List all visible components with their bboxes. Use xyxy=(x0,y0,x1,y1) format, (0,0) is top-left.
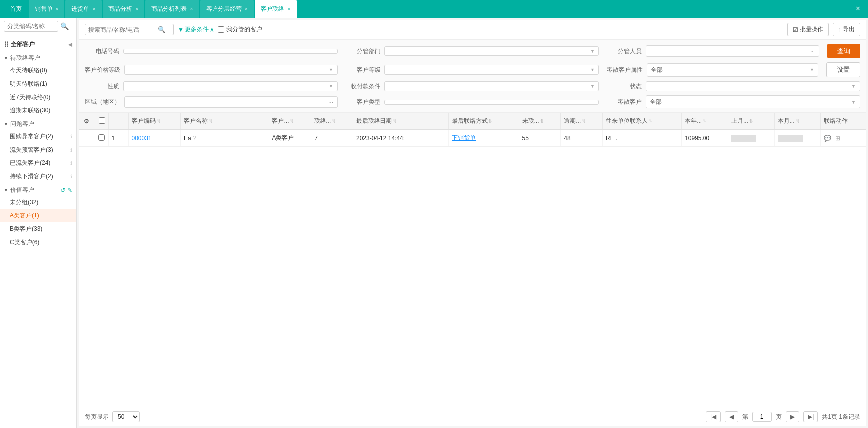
overdue-column-header[interactable]: 逾期... ⇅ xyxy=(561,113,603,130)
retail-select[interactable]: 全部 ▼ xyxy=(646,95,860,108)
nav-tab-customer-segment[interactable]: 客户分层经营 × xyxy=(200,0,254,18)
query-button[interactable]: 查询 xyxy=(827,44,860,58)
payment-select[interactable]: ▼ xyxy=(384,81,599,91)
page-number-input[interactable] xyxy=(752,412,772,422)
sidebar-item-tomorrow[interactable]: 明天待联络(1) xyxy=(0,77,76,91)
chat-action-icon[interactable]: 💬 xyxy=(824,135,831,142)
close-customer-segment-icon[interactable]: × xyxy=(245,6,248,12)
close-goods-analysis-icon[interactable]: × xyxy=(135,6,138,12)
sidebar-item-b-class[interactable]: B类客户(33) xyxy=(0,222,76,236)
nav-tab-customer-contact[interactable]: 客户联络 × xyxy=(255,0,296,18)
sidebar-item-overdue[interactable]: 逾期未联络(30) xyxy=(0,104,76,117)
all-customers-header[interactable]: ⠿ 全部客户 ◀ xyxy=(0,37,76,52)
gear-column-header[interactable]: ⚙ xyxy=(79,113,95,130)
per-page-select[interactable]: 50 100 200 xyxy=(112,411,140,422)
sidebar-section-pending[interactable]: ▼ 待联络客户 xyxy=(0,52,76,64)
customer-level-select[interactable]: ▼ xyxy=(384,65,599,75)
my-customers-checkbox[interactable] xyxy=(218,26,224,33)
last-date-sort-icon[interactable]: ⇅ xyxy=(393,119,397,124)
window-close-icon[interactable]: × xyxy=(852,4,864,13)
churned-info-icon[interactable]: ℹ xyxy=(70,160,72,166)
settings-button[interactable]: 设置 xyxy=(826,62,860,77)
last-month-column-header[interactable]: 上月... ⇅ xyxy=(728,113,774,130)
this-month-column-header[interactable]: 本月... ⇅ xyxy=(774,113,821,130)
price-level-select[interactable]: ▼ xyxy=(124,65,338,75)
retail-attr-select[interactable]: 全部 ▼ xyxy=(647,63,818,77)
last-method-value[interactable]: 下销货单 xyxy=(452,134,476,141)
contact-sort-icon[interactable]: ⇅ xyxy=(332,119,336,124)
last-method-sort-icon[interactable]: ⇅ xyxy=(488,119,492,124)
category-sort-icon[interactable]: ⇅ xyxy=(290,119,294,124)
sidebar-item-churned[interactable]: 已流失客户(24) ℹ xyxy=(0,157,76,170)
close-goods-list-icon[interactable]: × xyxy=(190,6,193,12)
prev-page-button[interactable]: ◀ xyxy=(725,411,738,422)
contact-column-header[interactable]: 联络... ⇅ xyxy=(311,113,353,130)
sidebar-item-churn-warn[interactable]: 流失预警客户(3) ℹ xyxy=(0,143,76,157)
last-page-button[interactable]: ▶| xyxy=(803,411,818,422)
last-month-sort-icon[interactable]: ⇅ xyxy=(749,119,753,124)
checkbox-column-header[interactable] xyxy=(95,113,108,130)
close-customer-contact-icon[interactable]: × xyxy=(287,6,290,12)
row-checkbox[interactable] xyxy=(95,130,108,147)
next-page-button[interactable]: ▶ xyxy=(786,411,799,422)
row-code[interactable]: 000031 xyxy=(128,130,181,147)
phone-input[interactable] xyxy=(123,49,338,54)
unit-contact-column-header[interactable]: 往来单位联系人 ⇅ xyxy=(603,113,682,130)
sidebar-item-today[interactable]: 今天待联络(0) xyxy=(0,64,76,77)
this-year-column-header[interactable]: 本年... ⇅ xyxy=(682,113,728,130)
select-all-checkbox[interactable] xyxy=(99,117,105,124)
sidebar-item-hoarding[interactable]: 囤购异常客户(2) ℹ xyxy=(0,130,76,143)
nav-tab-goods-list[interactable]: 商品分析列表 × xyxy=(145,0,199,18)
code-sort-icon[interactable]: ⇅ xyxy=(157,119,161,124)
unit-contact-sort-icon[interactable]: ⇅ xyxy=(649,119,652,124)
hoarding-info-icon[interactable]: ℹ xyxy=(70,134,72,139)
no-contact-column-header[interactable]: 未联... ⇅ xyxy=(519,113,561,130)
first-page-button[interactable]: |◀ xyxy=(706,411,721,422)
sidebar-item-a-class[interactable]: A类客户(1) xyxy=(0,209,76,222)
export-button[interactable]: ↑ 导出 xyxy=(833,23,860,36)
this-month-sort-icon[interactable]: ⇅ xyxy=(796,119,800,124)
sidebar-collapse-icon[interactable]: ◀ xyxy=(68,42,72,47)
overdue-sort-icon[interactable]: ⇅ xyxy=(582,119,586,124)
sidebar-item-declining[interactable]: 持续下滑客户(2) ℹ xyxy=(0,170,76,183)
value-refresh-icon[interactable]: ↺ xyxy=(60,187,65,194)
filter-search-input[interactable] xyxy=(88,26,158,33)
nav-tab-sales[interactable]: 销售单 × xyxy=(29,0,64,18)
customer-type-input[interactable] xyxy=(384,100,599,105)
dept-select[interactable]: ▼ xyxy=(384,46,599,56)
my-customers-checkbox-area[interactable]: 我分管的客户 xyxy=(218,25,262,34)
sidebar-item-c-class[interactable]: C类客户(6) xyxy=(0,236,76,249)
filter-search-icon[interactable]: 🔍 xyxy=(158,26,165,33)
category-search-icon[interactable]: 🔍 xyxy=(60,22,69,30)
filter-more-btn[interactable]: ▼ 更多条件 ∧ xyxy=(178,25,214,34)
nature-select[interactable]: ▼ xyxy=(123,81,338,91)
customer-code-value[interactable]: 000031 xyxy=(132,135,152,142)
nav-tab-purchase[interactable]: 进货单 × xyxy=(65,0,101,18)
category-column-header[interactable]: 客户... ⇅ xyxy=(269,113,311,130)
sidebar-item-ungroup[interactable]: 未分组(32) xyxy=(0,196,76,209)
name-sort-icon[interactable]: ⇅ xyxy=(209,119,213,124)
last-date-column-header[interactable]: 最后联络日期 ⇅ xyxy=(353,113,449,130)
nav-tab-goods-analysis[interactable]: 商品分析 × xyxy=(103,0,144,18)
grid-action-icon[interactable]: ⊞ xyxy=(835,135,840,142)
status-select[interactable]: ▼ xyxy=(646,81,860,91)
name-column-header[interactable]: 客户名称 ⇅ xyxy=(181,113,269,130)
close-sales-icon[interactable]: × xyxy=(55,6,58,12)
region-dots-icon[interactable]: ··· xyxy=(328,99,333,106)
category-search-input[interactable] xyxy=(4,21,58,32)
row-last-method[interactable]: 下销货单 xyxy=(449,130,519,147)
sidebar-section-value[interactable]: ▼ 价值客户 ↺ ✎ xyxy=(0,183,76,196)
manager-dots-icon[interactable]: ··· xyxy=(810,48,815,54)
sidebar-item-7days[interactable]: 近7天待联络(0) xyxy=(0,91,76,104)
value-edit-icon[interactable]: ✎ xyxy=(67,187,72,194)
nav-tab-home[interactable]: 首页 xyxy=(4,0,28,18)
code-column-header[interactable]: 客户编码 ⇅ xyxy=(128,113,181,130)
manager-input[interactable]: ··· xyxy=(646,45,819,57)
region-input[interactable]: ··· xyxy=(124,96,338,108)
churn-warn-info-icon[interactable]: ℹ xyxy=(70,147,72,153)
no-contact-sort-icon[interactable]: ⇅ xyxy=(540,119,544,124)
last-method-column-header[interactable]: 最后联络方式 ⇅ xyxy=(449,113,519,130)
this-year-sort-icon[interactable]: ⇅ xyxy=(703,119,706,124)
close-purchase-icon[interactable]: × xyxy=(92,6,95,12)
batch-ops-button[interactable]: ☑ 批量操作 xyxy=(787,23,829,36)
